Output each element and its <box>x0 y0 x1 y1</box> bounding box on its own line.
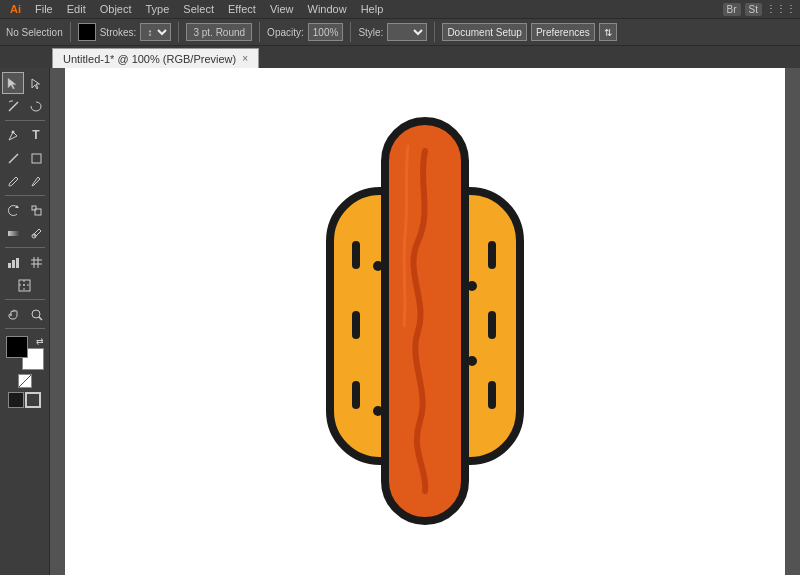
menu-window[interactable]: Window <box>302 0 353 18</box>
direct-selection-tool[interactable] <box>25 72 47 94</box>
color-swatches: ⇄ <box>6 336 44 370</box>
toolbar-sep-3 <box>259 22 260 42</box>
svg-point-21 <box>32 310 40 318</box>
hotdog-illustration <box>310 111 540 533</box>
stroke-swatch[interactable] <box>78 23 96 41</box>
svg-rect-27 <box>488 241 496 269</box>
canvas-area <box>50 68 800 575</box>
menu-select[interactable]: Select <box>177 0 220 18</box>
menu-bar: Ai File Edit Object Type Select Effect V… <box>0 0 800 18</box>
mesh-tool[interactable] <box>25 251 47 273</box>
line-tool[interactable] <box>2 147 24 169</box>
tool-row-9 <box>14 274 36 296</box>
document-setup-button[interactable]: Document Setup <box>442 23 527 41</box>
tool-row-3: T <box>2 124 47 146</box>
menu-effect[interactable]: Effect <box>222 0 262 18</box>
svg-line-4 <box>9 154 18 163</box>
style-select[interactable] <box>387 23 427 41</box>
svg-rect-26 <box>352 381 360 409</box>
tool-sep-2 <box>5 195 45 196</box>
extras-icon[interactable]: ⋮⋮⋮ <box>766 3 796 16</box>
zoom-tool[interactable] <box>25 303 47 325</box>
gradient-tool[interactable] <box>2 222 24 244</box>
brush-tool[interactable] <box>2 170 24 192</box>
svg-rect-13 <box>16 258 19 268</box>
pencil-tool[interactable] <box>25 170 47 192</box>
svg-line-0 <box>9 102 18 111</box>
tool-sep-3 <box>5 247 45 248</box>
svg-rect-28 <box>488 311 496 339</box>
none-swatch-row <box>18 374 32 388</box>
pen-tool[interactable] <box>2 124 24 146</box>
tool-row-4 <box>2 147 47 169</box>
menu-edit[interactable]: Edit <box>61 0 92 18</box>
none-swatch[interactable] <box>18 374 32 388</box>
foreground-color-swatch[interactable] <box>6 336 28 358</box>
fullscreen-mode-btn[interactable] <box>25 392 41 408</box>
arrange-button[interactable]: ⇅ <box>599 23 617 41</box>
stroke-label: Strokes: <box>100 27 137 38</box>
svg-rect-29 <box>488 381 496 409</box>
toolbar-sep-4 <box>350 22 351 42</box>
opacity-label: Opacity: <box>267 27 304 38</box>
hand-tool[interactable] <box>2 303 24 325</box>
svg-rect-9 <box>8 231 19 236</box>
style-label: Style: <box>358 27 383 38</box>
menu-ai[interactable]: Ai <box>4 0 27 18</box>
menu-view[interactable]: View <box>264 0 300 18</box>
svg-rect-24 <box>352 241 360 269</box>
svg-rect-5 <box>32 154 41 163</box>
tool-row-8 <box>2 251 47 273</box>
tool-row-6 <box>2 199 47 221</box>
tool-row-7 <box>2 222 47 244</box>
magic-wand-tool[interactable] <box>2 95 24 117</box>
lasso-tool[interactable] <box>25 95 47 117</box>
menu-help[interactable]: Help <box>355 0 390 18</box>
stroke-size-display: 3 pt. Round <box>186 23 252 41</box>
svg-line-1 <box>9 101 11 102</box>
svg-rect-25 <box>352 311 360 339</box>
selection-tool[interactable] <box>2 72 24 94</box>
bridge-icon[interactable]: Br <box>723 3 741 16</box>
graph-tool[interactable] <box>2 251 24 273</box>
tab-title: Untitled-1* @ 100% (RGB/Preview) <box>63 53 236 65</box>
swap-colors-icon[interactable]: ⇄ <box>36 336 44 346</box>
opacity-value: 100% <box>308 23 344 41</box>
tool-row-5 <box>2 170 47 192</box>
svg-point-3 <box>11 130 14 133</box>
stroke-arrows-select[interactable]: ↕ <box>140 23 171 41</box>
tab-close-button[interactable]: × <box>242 53 248 64</box>
toolbar-sep-2 <box>178 22 179 42</box>
toolbar: No Selection Strokes: ↕ 3 pt. Round Opac… <box>0 18 800 46</box>
toolbox: T <box>0 68 50 575</box>
eyedropper-tool[interactable] <box>25 222 47 244</box>
menu-file[interactable]: File <box>29 0 59 18</box>
main-area: T <box>0 68 800 575</box>
preferences-button[interactable]: Preferences <box>531 23 595 41</box>
tool-row-2 <box>2 95 47 117</box>
tool-row-10 <box>2 303 47 325</box>
toolbar-sep-5 <box>434 22 435 42</box>
tool-sep-4 <box>5 299 45 300</box>
tool-sep-1 <box>5 120 45 121</box>
svg-rect-12 <box>12 260 15 268</box>
document-tab[interactable]: Untitled-1* @ 100% (RGB/Preview) × <box>52 48 259 68</box>
canvas <box>65 68 785 575</box>
svg-rect-11 <box>8 263 11 268</box>
rotate-tool[interactable] <box>2 199 24 221</box>
toolbar-sep-1 <box>70 22 71 42</box>
mode-buttons <box>8 392 41 408</box>
normal-mode-btn[interactable] <box>8 392 24 408</box>
rect-tool[interactable] <box>25 147 47 169</box>
scale-tool[interactable] <box>25 199 47 221</box>
tool-row-1 <box>2 72 47 94</box>
tab-bar: Untitled-1* @ 100% (RGB/Preview) × <box>0 46 800 68</box>
slice-tool[interactable] <box>14 274 36 296</box>
type-tool[interactable]: T <box>25 124 47 146</box>
menu-object[interactable]: Object <box>94 0 138 18</box>
tool-sep-5 <box>5 328 45 329</box>
stock-icon[interactable]: St <box>745 3 762 16</box>
selection-display: No Selection <box>6 27 63 38</box>
menu-type[interactable]: Type <box>140 0 176 18</box>
svg-line-22 <box>39 317 42 320</box>
